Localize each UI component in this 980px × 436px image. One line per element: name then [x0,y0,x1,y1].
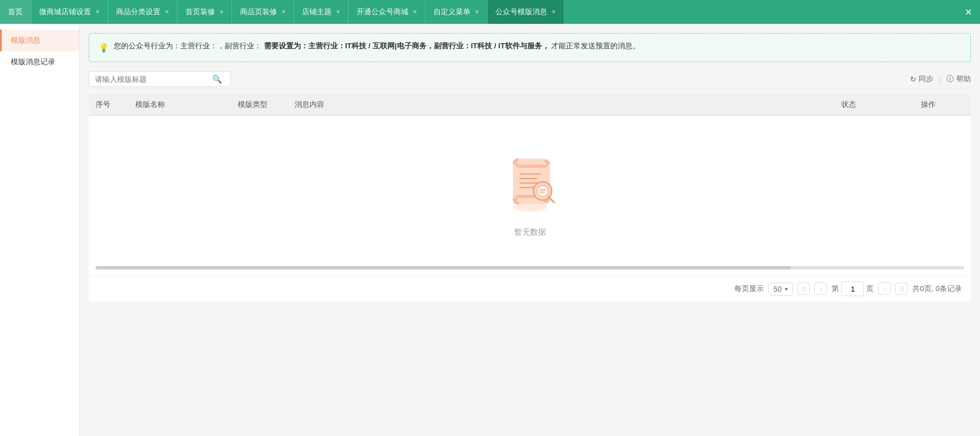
page-size-value: 50 [774,285,781,293]
close-all-icon: ✕ [965,7,972,18]
tab-product-decor-close[interactable]: × [282,8,286,16]
table-col-content: 消息内容 [288,94,834,115]
page-size-select[interactable]: 50 ▾ [768,283,793,296]
tab-open-shop-close[interactable]: × [413,8,417,16]
tab-home-label: 首页 [8,7,23,17]
sidebar-item-template-msg[interactable]: 模版消息 [0,30,79,51]
empty-illustration [496,150,564,218]
tab-open-shop[interactable]: 开通公众号商城 × [349,0,425,24]
help-icon: ⓘ [946,74,954,84]
table-col-name: 模版名称 [129,94,231,115]
tab-product-category[interactable]: 商品分类设置 × [108,0,177,24]
sync-button[interactable]: ↻ 同步 [910,74,933,84]
table-header: 序号 模版名称 模版类型 消息内容 状态 操作 [89,94,971,116]
notice-suffix: 才能正常发送预置的消息。 [551,41,640,50]
table-col-actions: 操作 [914,94,971,115]
tab-product-decor[interactable]: 商品页装修 × [232,0,294,24]
page-unit: 页 [866,284,874,294]
notice-banner: 💡 您的公众号行业为：主营行业：，副营行业： 需要设置为：主营行业：IT科技 /… [89,33,971,62]
last-page-button[interactable]: ⟩⟩ [895,283,908,295]
search-bar: 🔍 ↻ 同步 | ⓘ 帮助 [89,71,971,87]
notice-text: 您的公众号行业为：主营行业：，副营行业： 需要设置为：主营行业：IT科技 / 互… [114,40,640,52]
notice-prefix: 您的公众号行业为：主营行业：，副营行业： [114,41,262,50]
tab-template-msg-close[interactable]: × [552,8,556,16]
sidebar-item-template-msg-log-label: 模版消息记录 [11,57,55,66]
data-table: 序号 模版名称 模版类型 消息内容 状态 操作 [89,94,971,302]
tab-template-msg-label: 公众号模版消息 [495,7,547,17]
page-input-group: 第 页 [832,281,874,296]
tab-custom-menu[interactable]: 自定义菜单 × [425,0,487,24]
search-input-wrapper[interactable]: 🔍 [89,71,231,87]
page-label: 第 [832,284,839,294]
tab-home[interactable]: 首页 [0,0,31,24]
horizontal-scrollbar[interactable] [89,260,971,275]
tab-home-decor-close[interactable]: × [220,8,224,16]
main-layout: 模版消息 模版消息记录 💡 您的公众号行业为：主营行业：，副营行业： 需要设置为… [0,24,980,436]
table-col-type: 模版类型 [231,94,288,115]
sync-icon: ↻ [910,75,916,84]
prev-page-button[interactable]: ＜ [814,283,827,295]
page-number-input[interactable] [841,281,864,296]
tab-wshop-settings-close[interactable]: × [96,8,100,16]
tab-custom-menu-close[interactable]: × [475,8,479,16]
tab-wshop-settings[interactable]: 微商城店铺设置 × [31,0,108,24]
empty-text: 暂无数据 [514,227,546,238]
tab-open-shop-label: 开通公众号商城 [357,7,408,17]
tab-home-decor[interactable]: 首页装修 × [177,0,232,24]
help-button[interactable]: ⓘ 帮助 [946,74,971,84]
tab-product-category-label: 商品分类设置 [116,7,160,17]
empty-state: 暂无数据 [89,116,971,260]
sidebar: 模版消息 模版消息记录 [0,24,80,436]
search-icon[interactable]: 🔍 [212,74,222,84]
tab-custom-menu-label: 自定义菜单 [433,7,470,17]
pagination: 每页显示 50 ▾ ⟨⟨ ＜ 第 页 ＞ ⟩⟩ 共0页, 0条记录 [89,275,971,302]
table-col-status: 状态 [834,94,914,115]
scrollbar-thumb [96,266,791,269]
close-all-tabs-button[interactable]: ✕ [956,0,980,24]
table-col-index: 序号 [89,94,129,115]
tab-shop-theme[interactable]: 店铺主题 × [294,0,349,24]
svg-point-6 [537,185,548,197]
first-page-button[interactable]: ⟨⟨ [797,283,810,295]
sync-label: 同步 [919,74,933,84]
notice-highlight: 需要设置为：主营行业：IT科技 / 互联网|电子商务，副营行业：IT科技 / I… [264,41,549,50]
search-actions: ↻ 同步 | ⓘ 帮助 [910,74,971,84]
next-page-button[interactable]: ＞ [878,283,891,295]
tab-template-msg[interactable]: 公众号模版消息 × [487,0,564,24]
tab-home-decor-label: 首页装修 [185,7,215,17]
help-label: 帮助 [956,74,971,84]
page-size-chevron-icon: ▾ [785,286,788,292]
tab-product-decor-label: 商品页装修 [240,7,277,17]
search-input[interactable] [95,75,209,84]
main-content: 💡 您的公众号行业为：主营行业：，副营行业： 需要设置为：主营行业：IT科技 /… [80,24,980,436]
tab-product-category-close[interactable]: × [165,8,169,16]
tab-shop-theme-close[interactable]: × [336,8,340,16]
action-divider: | [939,75,941,84]
sidebar-item-template-msg-log[interactable]: 模版消息记录 [0,51,79,73]
total-info: 共0页, 0条记录 [912,284,962,294]
page-size-label: 每页显示 [734,284,764,294]
sidebar-item-template-msg-label: 模版消息 [11,36,40,44]
tab-shop-theme-label: 店铺主题 [302,7,332,17]
notice-icon: 💡 [98,41,109,55]
tab-wshop-settings-label: 微商城店铺设置 [39,7,91,17]
scrollbar-track [96,266,964,269]
top-nav: 首页 微商城店铺设置 × 商品分类设置 × 首页装修 × 商品页装修 × 店铺主… [0,0,980,24]
